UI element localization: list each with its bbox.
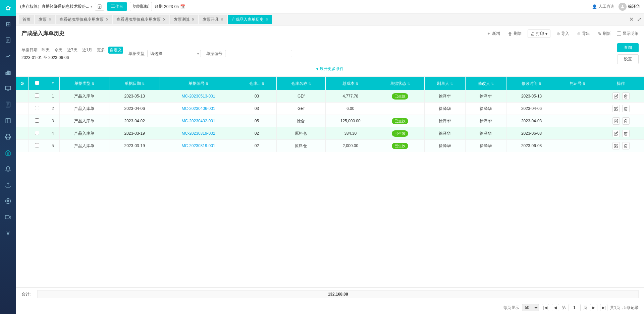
sidebar-item-warehouse[interactable] bbox=[0, 145, 16, 161]
sidebar-item-analytics[interactable] bbox=[0, 64, 16, 80]
delete-row-btn[interactable] bbox=[622, 142, 630, 149]
edit-btn[interactable] bbox=[612, 130, 620, 137]
th-modifier[interactable]: 修改人⇅ bbox=[465, 77, 506, 90]
number-filter-input[interactable] bbox=[225, 50, 292, 57]
workbench-button[interactable]: 工作台 bbox=[107, 2, 127, 11]
sidebar-item-version[interactable]: V bbox=[0, 225, 16, 241]
sidebar-item-ledger[interactable] bbox=[0, 97, 16, 113]
doc-number-link[interactable]: MC-20230513-001 bbox=[182, 94, 215, 99]
tab-home[interactable]: 首页 bbox=[19, 15, 34, 24]
doc-number-link[interactable]: MC-20230319-001 bbox=[182, 143, 215, 148]
tab-invoice-calc-close[interactable]: × bbox=[192, 17, 195, 22]
row-checkbox[interactable] bbox=[35, 143, 39, 147]
delete-row-btn[interactable] bbox=[622, 117, 630, 125]
row-checkbox-cell[interactable] bbox=[29, 103, 46, 115]
sidebar-item-inventory[interactable] bbox=[0, 80, 16, 97]
row-doc-number[interactable]: MC-20230319-002 bbox=[160, 127, 237, 140]
row-checkbox[interactable] bbox=[35, 106, 39, 110]
refresh-button[interactable]: ↻ 刷新 bbox=[596, 29, 613, 38]
date-today[interactable]: 今天 bbox=[53, 47, 64, 54]
tab-view-output-vat[interactable]: 查看销项增值税专用发票 × bbox=[56, 15, 112, 24]
th-modify-time[interactable]: 修改时间⇅ bbox=[506, 77, 557, 90]
date-range-display[interactable]: 2023-01-01 至 2023-06-06 bbox=[21, 55, 123, 61]
tab-invoice[interactable]: 发票 × bbox=[35, 15, 55, 24]
date-yesterday[interactable]: 昨天 bbox=[40, 47, 51, 54]
column-settings-gear[interactable]: ⚙ bbox=[18, 79, 26, 87]
sidebar-item-notifications[interactable] bbox=[0, 161, 16, 177]
switch-old-btn[interactable]: 切到旧版 bbox=[130, 2, 152, 11]
row-checkbox-cell[interactable] bbox=[29, 115, 46, 127]
import-button[interactable]: ⊕ 导入 bbox=[554, 29, 571, 38]
show-details-toggle[interactable]: 显示明细 bbox=[617, 31, 639, 37]
row-checkbox[interactable] bbox=[35, 93, 39, 98]
row-doc-number[interactable]: MC-20230319-001 bbox=[160, 140, 237, 152]
table-container[interactable]: ⚙ # 单据类型⇅ 单据日期⇅ 单据编号⇅ bbox=[16, 77, 644, 287]
row-checkbox-cell[interactable] bbox=[29, 90, 46, 103]
th-checkbox[interactable] bbox=[29, 77, 46, 90]
row-checkbox[interactable] bbox=[35, 131, 39, 135]
calendar-icon[interactable]: 📅 bbox=[180, 4, 185, 9]
th-number[interactable]: 单据编号⇅ bbox=[160, 77, 237, 90]
sidebar-item-print[interactable] bbox=[0, 129, 16, 145]
tab-close-all-icon[interactable]: ✕ bbox=[629, 16, 634, 22]
row-checkbox-cell[interactable] bbox=[29, 140, 46, 152]
tab-view-input-vat-close[interactable]: × bbox=[163, 17, 165, 22]
row-checkbox-cell[interactable] bbox=[29, 127, 46, 140]
sidebar-item-vouchers[interactable] bbox=[0, 113, 16, 129]
query-button[interactable]: 查询 bbox=[617, 43, 639, 52]
sidebar-item-reports[interactable] bbox=[0, 48, 16, 64]
page-size-select[interactable]: 20 50 100 bbox=[522, 304, 539, 311]
tab-invoice-calc[interactable]: 发票测算 × bbox=[170, 15, 198, 24]
th-warehouse-name[interactable]: 仓库名称⇅ bbox=[276, 77, 325, 90]
edit-btn[interactable] bbox=[612, 92, 620, 100]
export-button[interactable]: ⊕ 导出 bbox=[575, 29, 592, 38]
tab-view-output-vat-close[interactable]: × bbox=[106, 17, 108, 22]
edit-btn[interactable] bbox=[612, 105, 620, 112]
last-page-btn[interactable]: ▶| bbox=[600, 304, 607, 311]
next-page-btn[interactable]: ▶ bbox=[590, 304, 597, 311]
row-doc-number[interactable]: MC-20230402-001 bbox=[160, 115, 237, 127]
show-details-checkbox[interactable] bbox=[617, 32, 621, 36]
th-type[interactable]: 单据类型⇅ bbox=[59, 77, 109, 90]
delete-row-btn[interactable] bbox=[622, 92, 630, 100]
doc-number-link[interactable]: MC-20230319-002 bbox=[182, 131, 215, 136]
page-number-input[interactable] bbox=[569, 304, 581, 311]
sidebar-item-settings[interactable] bbox=[0, 193, 16, 209]
expand-more-button[interactable]: ▾ 展开更多条件 bbox=[316, 66, 344, 72]
document-icon-btn[interactable] bbox=[95, 3, 104, 11]
prev-page-btn[interactable]: ◀ bbox=[552, 304, 559, 311]
user-menu[interactable]: 徐泽华 bbox=[619, 3, 640, 11]
th-creator[interactable]: 制单人⇅ bbox=[424, 77, 465, 90]
select-all-checkbox[interactable] bbox=[35, 81, 39, 85]
th-voucher[interactable]: 凭证号⇅ bbox=[557, 77, 598, 90]
tab-view-input-vat[interactable]: 查看进项增值税专用发票 × bbox=[113, 15, 169, 24]
tab-expand-icon[interactable]: ⤢ bbox=[637, 16, 641, 22]
doc-number-link[interactable]: MC-20230406-001 bbox=[182, 106, 215, 111]
th-total-cost[interactable]: 总成本⇅ bbox=[326, 77, 375, 90]
tab-product-inbound[interactable]: 产成品入库单历史 × bbox=[228, 15, 272, 24]
row-checkbox[interactable] bbox=[35, 118, 39, 123]
row-doc-number[interactable]: MC-20230406-001 bbox=[160, 103, 237, 115]
row-doc-number[interactable]: MC-20230513-001 bbox=[160, 90, 237, 103]
date-1month[interactable]: 近1月 bbox=[81, 47, 94, 54]
th-status[interactable]: 单据状态⇅ bbox=[375, 77, 424, 90]
sidebar-item-documents[interactable] bbox=[0, 32, 16, 48]
sidebar-item-upload[interactable] bbox=[0, 177, 16, 193]
th-warehouse-code[interactable]: 仓库...⇅ bbox=[237, 77, 276, 90]
th-date[interactable]: 单据日期⇅ bbox=[109, 77, 160, 90]
edit-btn[interactable] bbox=[612, 117, 620, 125]
delete-row-btn[interactable] bbox=[622, 105, 630, 112]
th-settings[interactable]: ⚙ bbox=[16, 77, 29, 90]
tab-invoice-open-close[interactable]: × bbox=[221, 17, 223, 22]
print-button[interactable]: 🖨 打印 ▾ bbox=[528, 29, 550, 38]
date-7days[interactable]: 近7天 bbox=[66, 47, 79, 54]
edit-btn[interactable] bbox=[612, 142, 620, 149]
tab-invoice-close[interactable]: × bbox=[49, 17, 51, 22]
help-button[interactable]: 👤 人工咨询 bbox=[592, 4, 614, 9]
first-page-btn[interactable]: |◀ bbox=[542, 304, 549, 311]
tab-invoice-open[interactable]: 发票开具 × bbox=[199, 15, 227, 24]
date-custom[interactable]: 自定义 bbox=[108, 47, 123, 54]
sidebar-item-video[interactable] bbox=[0, 209, 16, 225]
new-button[interactable]: ＋ 新增 bbox=[485, 29, 502, 38]
type-select[interactable]: 请选择 产品入库单 bbox=[147, 50, 201, 57]
